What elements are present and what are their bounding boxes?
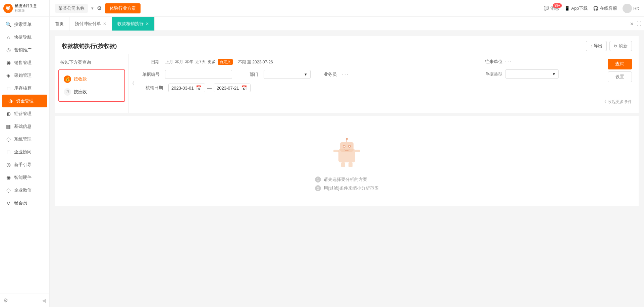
- receivable-option-label: 按应收: [74, 89, 87, 95]
- date-this-month[interactable]: 本月: [175, 59, 183, 65]
- search-icon: 🔍: [5, 21, 11, 28]
- sidebar-label-finance: 资金管理: [16, 98, 34, 104]
- query-btn-col: 查询 设置: [608, 59, 632, 82]
- user-info[interactable]: Rit: [623, 4, 639, 13]
- dept-dropdown-icon: ▾: [305, 72, 307, 77]
- topbar-gear-icon[interactable]: ⚙: [97, 5, 102, 11]
- sidebar-item-operation[interactable]: ◐经营管理: [0, 107, 49, 120]
- svg-rect-10: [333, 150, 339, 152]
- date-this-year[interactable]: 本年: [185, 59, 193, 65]
- sidebar-item-purchase[interactable]: ◈采购管理: [0, 69, 49, 82]
- enterprise-icon: ◻: [5, 149, 11, 155]
- sidebar-item-search[interactable]: 🔍搜索菜单: [0, 18, 49, 31]
- sidebar-label-quick-nav: 快捷导航: [14, 34, 32, 40]
- topbar: 某某公司名称 ▾ ⚙ 体验行业方案 💬 消息 99+ 📱 App下载 🎧 在线客…: [50, 0, 644, 17]
- calendar-start-icon: 📅: [196, 85, 202, 91]
- sidebar-item-hardware[interactable]: ◉智能硬件: [0, 171, 49, 184]
- receipt-verify-close-icon[interactable]: ✕: [146, 21, 149, 26]
- date-group: 上月 本月 本年 近7天 更多 自定义: [165, 59, 233, 65]
- sidebar-label-vip: 畅会员: [14, 200, 27, 206]
- sidebar-label-enterprise: 企业协同: [14, 149, 32, 155]
- filter-option-receipt[interactable]: 💰 按收款: [59, 73, 124, 86]
- tab-home[interactable]: 首页: [50, 17, 69, 31]
- calendar-end-icon: 📅: [241, 85, 247, 91]
- sidebar-label-purchase: 采购管理: [14, 72, 32, 79]
- prepay-label: 预付冲应付单: [75, 21, 101, 27]
- chevron-left-icon: 《: [130, 81, 135, 87]
- filter-option-receivable[interactable]: ⏱ 按应收: [59, 86, 124, 98]
- date-last-month[interactable]: 上月: [165, 59, 173, 65]
- export-btn[interactable]: ↑ 导出: [586, 41, 607, 51]
- sidebar-label-search: 搜索菜单: [14, 21, 32, 28]
- verify-date-end[interactable]: 2023-07-21 📅: [214, 84, 251, 92]
- industry-btn[interactable]: 体验行业方案: [105, 3, 141, 13]
- chevron-down-icon: ▾: [91, 6, 94, 11]
- sidebar-item-finance[interactable]: ◑资金管理: [2, 95, 47, 107]
- date-custom-badge[interactable]: 自定义: [218, 59, 233, 65]
- sidebar-item-vip[interactable]: V畅会员: [0, 197, 49, 209]
- collapse-more-label: 收起更多条件: [608, 99, 632, 105]
- query-btn[interactable]: 查询: [608, 59, 632, 69]
- empty-state: 1 请先选择要分析的方案 2 用[过滤]条件来缩小分析范围: [55, 116, 639, 206]
- doc-type-select[interactable]: ▾: [505, 69, 559, 79]
- setting-btn[interactable]: 设置: [608, 71, 632, 82]
- date-more[interactable]: 更多: [208, 59, 216, 65]
- service-label: 在线客服: [600, 5, 617, 11]
- avatar: [623, 4, 632, 13]
- sidebar-item-enterprise[interactable]: ◻企业协同: [0, 146, 49, 158]
- vip-icon: V: [5, 200, 11, 206]
- sidebar-item-quick-nav[interactable]: ⌂快捷导航: [0, 31, 49, 44]
- filter-collapse-btn[interactable]: 《: [129, 54, 136, 113]
- sidebar-item-basic[interactable]: ▦基础信息: [0, 120, 49, 133]
- doc-type-label: 单据类型: [482, 71, 502, 77]
- sidebar-label-system: 系统管理: [14, 136, 32, 142]
- sidebar-gear-icon[interactable]: ⚙: [3, 297, 8, 304]
- message-btn[interactable]: 💬 消息 99+: [544, 5, 559, 11]
- sidebar-label-operation: 经营管理: [14, 111, 32, 117]
- sales-icon: ◉: [5, 60, 11, 66]
- collapse-up-icon: 《: [602, 99, 606, 105]
- date-7days[interactable]: 近7天: [195, 59, 206, 65]
- expand-icon[interactable]: ⛶: [637, 21, 641, 27]
- sidebar-label-hardware: 智能硬件: [14, 174, 32, 181]
- filter-sidebar: 按以下方案查询 💰 按收款 ⏱ 按应收: [55, 54, 129, 113]
- basic-icon: ▦: [5, 123, 11, 130]
- close-all-tabs-icon[interactable]: ✕: [630, 21, 634, 27]
- dept-select[interactable]: ▾: [264, 70, 311, 79]
- sidebar-item-system[interactable]: ◌系统管理: [0, 133, 49, 146]
- sidebar-label-inventory: 库存核算: [14, 85, 32, 91]
- tab-receipt-verify[interactable]: 收款核销执行 ✕: [112, 17, 155, 31]
- online-service-btn[interactable]: 🎧 在线客服: [593, 5, 617, 11]
- collapse-more-btn[interactable]: 《 收起更多条件: [602, 99, 632, 105]
- receipt-option-label: 按收款: [74, 76, 87, 82]
- filter-main: 日期 上月 本月 本年 近7天 更多 自定义: [136, 54, 639, 113]
- logo-icon: 畅: [3, 4, 13, 13]
- prepay-close-icon[interactable]: ✕: [103, 21, 106, 26]
- sidebar-item-sales[interactable]: ◉销售管理: [0, 56, 49, 69]
- export-label: 导出: [594, 43, 602, 49]
- sidebar-item-guide[interactable]: ◎新手引导: [0, 158, 49, 171]
- tab-prepay[interactable]: 预付冲应付单 ✕: [69, 17, 112, 31]
- partner-dots-btn[interactable]: ···: [505, 59, 512, 65]
- verify-date-start[interactable]: 2023-03-01 📅: [168, 84, 205, 92]
- date-separator: —: [207, 86, 212, 91]
- doc-no-input[interactable]: [165, 70, 232, 79]
- app-download-btn[interactable]: 📱 App下载: [565, 5, 588, 11]
- staff-dots-btn[interactable]: ···: [342, 71, 348, 78]
- marketing-icon: ◎: [5, 47, 11, 53]
- svg-rect-11: [355, 150, 360, 152]
- export-icon: ↑: [590, 44, 593, 49]
- sidebar-item-inventory[interactable]: ◻库存核算: [0, 82, 49, 95]
- sidebar-item-marketing[interactable]: ◎营销推广: [0, 44, 49, 56]
- refresh-label: 刷新: [619, 43, 628, 49]
- tabs-bar-right: ✕ ⛶: [630, 21, 644, 27]
- verify-start-value: 2023-03-01: [171, 86, 194, 91]
- sidebar-collapse-icon[interactable]: ◀: [42, 297, 46, 304]
- sidebar-item-weixin[interactable]: ◌企业微信: [0, 184, 49, 197]
- company-name[interactable]: 某某公司名称: [55, 4, 88, 13]
- refresh-btn[interactable]: ↻ 刷新: [609, 41, 632, 51]
- guide-icon: ◎: [5, 162, 11, 168]
- home-label: 首页: [55, 21, 64, 27]
- sidebar-label-weixin: 企业微信: [14, 187, 32, 193]
- empty-tip-2: 2 用[过滤]条件来缩小分析范围: [315, 184, 378, 193]
